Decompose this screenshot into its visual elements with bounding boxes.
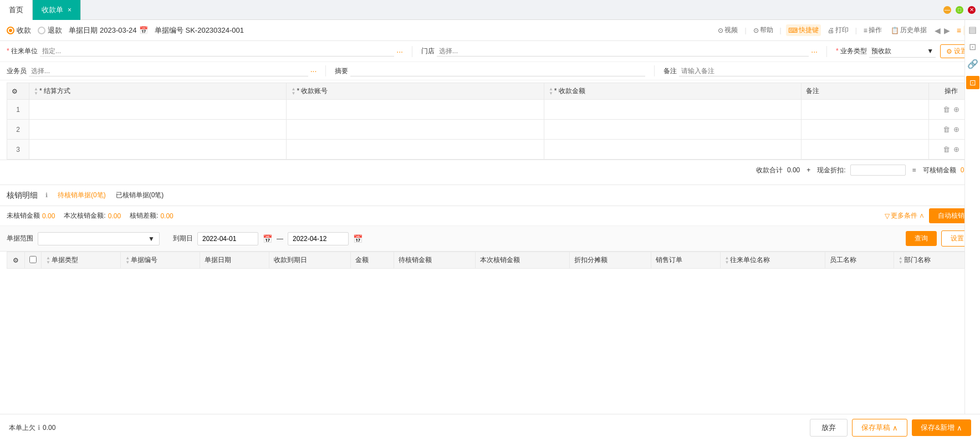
current-page-label: 本单上欠 [9, 423, 35, 433]
date-calendar-icon[interactable]: 📅 [139, 26, 148, 34]
maximize-button[interactable]: □ [956, 6, 963, 14]
sort-arrows-amount[interactable]: ▲▼ [549, 87, 553, 96]
row2-remark[interactable] [802, 120, 929, 140]
video-button[interactable]: ⊙ 视频 [716, 24, 740, 36]
close-button[interactable]: ✕ [968, 6, 976, 14]
footer-info-icon[interactable]: ℹ [38, 424, 40, 432]
radio-refund[interactable]: 退款 [38, 25, 62, 35]
store-more-icon[interactable]: ··· [811, 47, 818, 56]
row1-account[interactable] [287, 100, 544, 120]
row3-account[interactable] [287, 140, 544, 160]
counterparty-input[interactable] [40, 46, 394, 57]
completed-tab[interactable]: 已核销单据(0笔) [116, 191, 164, 200]
completed-tab-label: 已核销单据(0笔) [116, 191, 164, 199]
summary-input[interactable] [350, 66, 645, 76]
main-table-container: ⚙ ▲▼ * 结算方式 ▲▼ * 收款账号 [0, 83, 980, 160]
bth-pending: 待核销金额 [394, 252, 475, 269]
calendar-to-icon[interactable]: 📅 [353, 234, 363, 243]
store-group: 门店 ··· [421, 46, 818, 57]
row3-delete-icon[interactable]: 🗑 [943, 145, 950, 153]
row3-settle[interactable] [29, 140, 287, 160]
row-num-3: 3 [7, 140, 29, 160]
bth-dept-label: 部门名称 [904, 255, 931, 265]
help-button[interactable]: ⊙ 帮助 [751, 24, 775, 36]
save-draft-button[interactable]: 保存草稿 ∧ [852, 419, 907, 437]
bth-doc-type-label: 单据类型 [52, 255, 78, 265]
sort-arrows-settle[interactable]: ▲▼ [34, 87, 38, 96]
form-row-1: 往来单位 ··· 门店 ··· 业务类型 预收款 ▼ ⚙ 设置 [0, 41, 980, 62]
sort-counterparty[interactable]: ▲▼ [725, 256, 729, 265]
sep3: | [855, 27, 857, 34]
minimize-button[interactable]: — [943, 6, 951, 14]
tab-close-icon[interactable]: × [68, 6, 72, 14]
sidebar-link-icon[interactable]: 🔗 [967, 59, 978, 69]
row2-delete-icon[interactable]: 🗑 [943, 125, 950, 134]
select-all-checkbox[interactable] [29, 256, 37, 263]
row3-copy-icon[interactable]: ⊕ [953, 145, 959, 153]
th-settle-label: * 结算方式 [39, 86, 70, 96]
row2-copy-icon[interactable]: ⊕ [953, 125, 959, 134]
radio-receipt-label: 收款 [17, 25, 31, 35]
sort-doc-type[interactable]: ▲▼ [46, 256, 50, 265]
bth-sales-order-label: 销售订单 [656, 256, 682, 264]
date-from-input[interactable] [197, 232, 258, 245]
remark-input[interactable] [679, 66, 973, 76]
sort-dept[interactable]: ▲▼ [899, 256, 903, 265]
section-info-icon[interactable]: ℹ [45, 192, 48, 199]
date-label: 单据日期 [69, 25, 98, 35]
business-type-select[interactable]: 预收款 ▼ [869, 45, 936, 58]
shortcut-button[interactable]: ⌨ 快捷键 [786, 24, 821, 36]
history-button[interactable]: 📋 历史单据 [889, 24, 929, 36]
filter-row: 单据范围 ▼ 到期日 📅 — 📅 查询 设置 [0, 226, 980, 252]
row1-delete-icon[interactable]: 🗑 [943, 105, 950, 114]
next-arrow[interactable]: ▶ [943, 26, 951, 35]
range-label: 单据范围 [7, 234, 33, 243]
doc-num-label: 单据编号 [155, 25, 183, 35]
calendar-from-icon[interactable]: 📅 [263, 234, 272, 243]
business-type-value: 预收款 [871, 47, 891, 56]
discount-input[interactable] [850, 165, 906, 176]
row1-remark[interactable] [802, 100, 929, 120]
abandon-button[interactable]: 放弃 [810, 419, 848, 437]
date-to-input[interactable] [288, 232, 349, 245]
radio-receipt[interactable]: 收款 [7, 25, 31, 35]
row1-settle[interactable] [29, 100, 287, 120]
row2-amount[interactable] [544, 120, 801, 140]
employee-more-icon[interactable]: ··· [310, 66, 317, 75]
bth-gear[interactable]: ⚙ [7, 252, 25, 269]
tab-receipt[interactable]: 收款单 × [33, 0, 81, 20]
prev-arrow[interactable]: ◀ [933, 26, 942, 35]
row2-settle[interactable] [29, 120, 287, 140]
operations-button[interactable]: ≡ 操作 [861, 24, 884, 36]
employee-input[interactable] [29, 66, 308, 76]
radio-refund-dot [38, 27, 45, 34]
row3-remark[interactable] [802, 140, 929, 160]
row1-amount[interactable] [544, 100, 801, 120]
nav-arrows: ◀ ▶ [933, 26, 951, 35]
diff-label: 核销差额: [130, 211, 158, 221]
date-value: 2023-03-24 [100, 26, 137, 34]
th-amount: ▲▼ * 收款金额 [544, 83, 801, 100]
bth-counterparty: ▲▼ 往来单位名称 [720, 252, 825, 269]
store-input[interactable] [437, 46, 809, 57]
pending-tab[interactable]: 待核销单据(0笔) [54, 189, 109, 201]
th-gear[interactable]: ⚙ [7, 83, 29, 100]
list-view-btn[interactable]: ≡ [956, 26, 962, 35]
tab-home[interactable]: 首页 [0, 0, 33, 20]
sort-arrows-account[interactable]: ▲▼ [291, 87, 295, 96]
row2-account[interactable] [287, 120, 544, 140]
th-remark: 备注 [802, 83, 929, 100]
range-select[interactable]: ▼ [38, 232, 160, 245]
row1-copy-icon[interactable]: ⊕ [953, 105, 959, 114]
sidebar-table-icon[interactable]: ▤ [968, 24, 977, 35]
print-button[interactable]: 🖨 打印 [825, 24, 851, 36]
sidebar-grid-icon[interactable]: ⊡ [969, 42, 976, 52]
sort-doc-num[interactable]: ▲▼ [125, 256, 130, 265]
row3-amount[interactable] [544, 140, 801, 160]
more-conditions-button[interactable]: ▽ 更多条件 ∧ [885, 211, 925, 221]
sidebar-expand-icon[interactable]: ⊡ [966, 76, 979, 89]
counterparty-more-icon[interactable]: ··· [396, 47, 403, 56]
search-button[interactable]: 查询 [906, 231, 937, 246]
save-new-button[interactable]: 保存&新增 ∧ [912, 419, 971, 436]
bottom-table: ⚙ ▲▼ 单据类型 ▲▼ [7, 252, 973, 269]
